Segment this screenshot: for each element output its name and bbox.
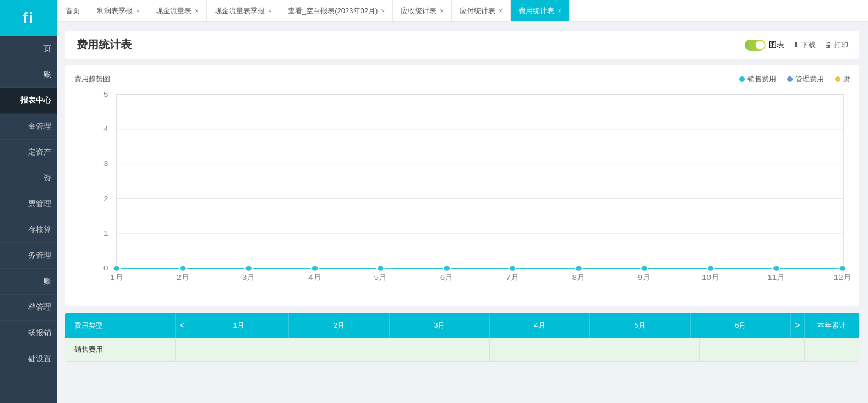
svg-text:2: 2 [103,195,108,202]
svg-text:2月: 2月 [176,274,189,281]
svg-point-36 [773,266,780,272]
td-m5 [594,338,699,361]
svg-text:4月: 4月 [308,274,321,281]
sidebar-item-writeoff[interactable]: 畅报销 [0,321,57,346]
svg-text:1月: 1月 [110,274,123,281]
print-button[interactable]: 🖨 打印 [825,40,848,50]
legend-finance: 财 [835,74,850,84]
tab-blank-report-close[interactable]: × [381,7,385,15]
sidebar-logo: fi [0,0,57,36]
svg-point-26 [113,266,121,272]
download-icon: ⬇ [793,41,799,49]
sidebar-item-settings[interactable]: 础设置 [0,346,57,372]
sidebar-item-account[interactable]: 账 [0,62,57,88]
chart-toggle[interactable] [745,40,766,51]
th-prev-button[interactable]: < [176,313,189,338]
tab-profit-close[interactable]: × [136,7,140,15]
main-area: 首页 利润表季报 × 现金流量表 × 现金流量表季报 × 查看_空白报表(202… [57,0,868,403]
th-month-2: 2月 [289,313,389,338]
tab-payable-close[interactable]: × [499,7,503,15]
sidebar: fi 页 账 报表中心 金管理 定资产 资 票管理 存核算 务管理 账 档管理 … [0,0,57,403]
th-next-button[interactable]: > [791,313,804,338]
chart-svg: 5 4 3 2 1 0 [74,89,850,297]
tab-cashflow[interactable]: 现金流量表 × [148,0,207,21]
legend-finance-dot [835,76,840,82]
tab-expense[interactable]: 费用统计表 × [511,0,570,21]
svg-point-34 [641,266,648,272]
td-m6 [700,338,804,361]
header-actions: 图表 ⬇ 下载 🖨 打印 [745,40,848,51]
sidebar-item-service[interactable]: 务管理 [0,243,57,269]
svg-text:4: 4 [103,125,108,133]
sidebar-item-inventory[interactable]: 存核算 [0,217,57,243]
tab-cashflow-season-close[interactable]: × [268,7,272,15]
download-label: 下载 [801,40,816,50]
svg-text:0: 0 [103,264,108,272]
tab-receivable-close[interactable]: × [440,7,444,15]
sidebar-item-investment[interactable]: 资 [0,165,57,191]
svg-point-32 [509,266,516,272]
svg-text:6月: 6月 [440,274,454,281]
svg-text:5: 5 [103,90,108,98]
sidebar-item-fund[interactable]: 金管理 [0,114,57,140]
chart-section: 费用趋势图 销售费用 管理费用 财 [65,65,859,306]
content-area: 费用统计表 图表 ⬇ 下载 🖨 打印 费用趋势图 [57,22,868,403]
svg-point-31 [443,266,450,272]
chart-toggle-wrap: 图表 [745,40,784,51]
chart-container: 5 4 3 2 1 0 [74,89,850,297]
td-total [804,338,859,361]
th-month-5: 5月 [590,313,690,338]
sidebar-item-archive[interactable]: 档管理 [0,295,57,321]
tab-cashflow-season[interactable]: 现金流量表季报 × [207,0,280,21]
svg-text:10月: 10月 [702,274,719,281]
sidebar-item-report-center[interactable]: 报表中心 [0,88,57,114]
print-label: 打印 [834,40,848,50]
td-m2 [280,338,385,361]
th-month-6: 6月 [691,313,791,338]
tab-cashflow-close[interactable]: × [195,7,199,15]
chart-header: 费用趋势图 销售费用 管理费用 财 [74,74,850,84]
th-month-1: 1月 [189,313,289,338]
chart-title: 费用趋势图 [74,74,110,84]
legend-mgmt: 管理费用 [787,74,824,84]
svg-rect-13 [117,95,843,269]
tab-expense-close[interactable]: × [558,7,561,15]
tab-receivable[interactable]: 应收统计表 × [393,0,452,21]
svg-point-33 [575,266,582,272]
td-m1 [176,338,280,361]
svg-text:1: 1 [103,229,108,237]
svg-text:5月: 5月 [374,274,387,281]
svg-text:8月: 8月 [572,274,586,281]
sidebar-item-fixed-assets[interactable]: 定资产 [0,140,57,165]
sidebar-item-home[interactable]: 页 [0,36,57,62]
th-total: 本年累计 [804,313,859,338]
sidebar-item-bill[interactable]: 票管理 [0,191,57,217]
print-icon: 🖨 [825,41,832,49]
svg-text:3月: 3月 [242,274,255,281]
svg-text:3: 3 [103,160,108,168]
chart-toggle-label: 图表 [769,40,784,50]
svg-point-35 [707,266,714,272]
tab-blank-report[interactable]: 查看_空白报表(2023年02月) × [280,0,393,21]
download-button[interactable]: ⬇ 下载 [793,40,816,50]
td-m3 [385,338,490,361]
legend-mgmt-label: 管理费用 [795,74,824,84]
legend-sales-dot [739,76,745,82]
sidebar-item-ledger[interactable]: 账 [0,269,57,295]
th-type: 费用类型 [65,313,176,338]
th-type-label: 费用类型 [74,321,103,330]
legend-sales: 销售费用 [739,74,776,84]
tab-payable[interactable]: 应付统计表 × [452,0,511,21]
table-section: 费用类型 < 1月 2月 3月 4月 5月 6月 > 本年累计 销售费用 [65,313,859,362]
page-title: 费用统计表 [77,37,132,52]
tab-bar: 首页 利润表季报 × 现金流量表 × 现金流量表季报 × 查看_空白报表(202… [57,0,868,22]
svg-text:7月: 7月 [506,274,519,281]
legend-finance-label: 财 [843,74,850,84]
svg-text:9月: 9月 [638,274,651,281]
svg-text:12月: 12月 [834,274,850,281]
tab-profit[interactable]: 利润表季报 × [89,0,148,21]
th-month-3: 3月 [390,313,490,338]
svg-point-29 [312,266,319,272]
tab-home[interactable]: 首页 [57,0,89,21]
svg-point-27 [179,266,187,272]
